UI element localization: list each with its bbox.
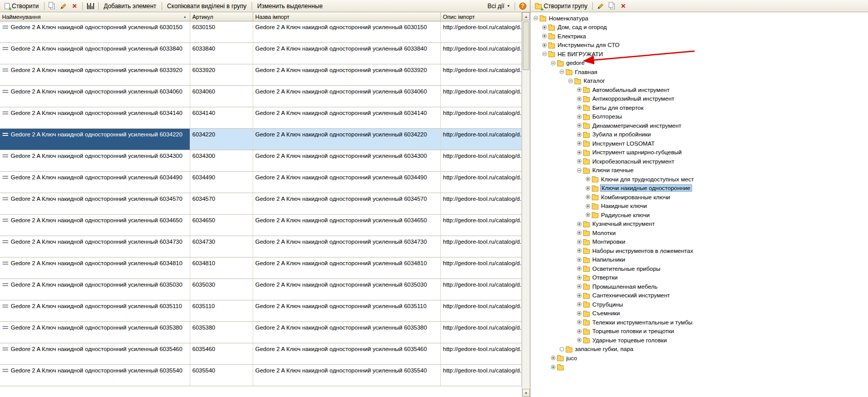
name-cell[interactable]: Gedore 2 A Ключ накидной односторонний у…	[0, 322, 190, 343]
edit-button[interactable]	[58, 1, 69, 11]
table-row[interactable]: Gedore 2 A Ключ накидной односторонний у…	[0, 21, 522, 43]
tree-item[interactable]: Главная	[530, 67, 868, 77]
name-cell[interactable]: Gedore 2 A Ключ накидной односторонний у…	[0, 343, 190, 364]
import-name-cell[interactable]: Gedore 2 A Ключ накидной односторонний у…	[253, 107, 441, 128]
add-element-button[interactable]: Добавить элемент	[101, 2, 159, 11]
import-name-cell[interactable]: Gedore 2 A Ключ накидной односторонний у…	[253, 193, 441, 214]
name-cell[interactable]: Gedore 2 A Ключ накидной односторонний у…	[0, 193, 190, 214]
table-row[interactable]: Gedore 2 A Ключ накидной односторонний у…	[0, 150, 522, 172]
tree-item[interactable]: Номенклатура	[530, 14, 868, 23]
expand-icon[interactable]	[577, 248, 582, 253]
expand-icon[interactable]	[577, 338, 582, 342]
import-desc-cell[interactable]: http://gedore-tool.ru/catalog/d...	[441, 322, 522, 343]
table-row[interactable]: Gedore 2 A Ключ накидной односторонний у…	[0, 86, 522, 107]
copy-button[interactable]	[47, 1, 57, 11]
name-cell[interactable]: Gedore 2 A Ключ накидной односторонний у…	[0, 150, 190, 171]
barcode-button[interactable]	[85, 1, 96, 11]
tree-item[interactable]: Кузнечный инструмент	[530, 220, 868, 229]
name-cell[interactable]: Gedore 2 A Ключ накидной односторонний у…	[0, 172, 190, 193]
name-cell[interactable]: Gedore 2 A Ключ накидной односторонний у…	[0, 107, 190, 128]
expand-icon[interactable]	[577, 105, 582, 110]
import-desc-cell[interactable]: http://gedore-tool.ru/catalog/d...	[441, 21, 522, 42]
import-desc-cell[interactable]: http://gedore-tool.ru/catalog/d...	[441, 172, 522, 193]
copy-selected-to-group-button[interactable]: Скопіювати виділені в групу	[165, 2, 249, 11]
import-desc-cell[interactable]: http://gedore-tool.ru/catalog/d...	[441, 64, 522, 85]
name-cell[interactable]: Gedore 2 A Ключ накидной односторонний у…	[0, 215, 190, 236]
table-row[interactable]: Gedore 2 A Ключ накидной односторонний у…	[0, 258, 522, 279]
tree-item[interactable]: Динамометрический инструмент	[530, 121, 868, 130]
article-cell[interactable]: 6035380	[190, 322, 253, 343]
edit-group-button[interactable]	[595, 1, 606, 11]
create-group-button[interactable]: + Створити групу	[532, 2, 590, 11]
name-cell[interactable]: Gedore 2 A Ключ накидной односторонний у…	[0, 86, 190, 107]
import-desc-cell[interactable]: http://gedore-tool.ru/catalog/d...	[441, 193, 522, 214]
delete-button[interactable]: ✕	[70, 1, 80, 11]
tree-item[interactable]: Биты для отверток	[530, 103, 868, 112]
article-cell[interactable]: 6033840	[190, 43, 253, 64]
import-name-cell[interactable]: Gedore 2 A Ключ накидной односторонний у…	[253, 236, 441, 257]
name-cell[interactable]: Gedore 2 A Ключ накидной односторонний у…	[0, 21, 190, 42]
expand-icon[interactable]	[577, 329, 582, 334]
tree-item[interactable]: Радиусные ключи	[530, 211, 868, 220]
import-name-cell[interactable]: Gedore 2 A Ключ накидной односторонний у…	[253, 343, 441, 364]
name-cell[interactable]: Gedore 2 A Ключ накидной односторонний у…	[0, 236, 190, 257]
article-cell[interactable]: 6035540	[190, 365, 253, 386]
tree-item[interactable]: Инструмент LOSOMAT	[530, 139, 868, 148]
article-cell[interactable]: 6034300	[190, 150, 253, 171]
expand-icon[interactable]	[542, 25, 547, 30]
tree-item[interactable]: Автомобильный инструмент	[530, 85, 868, 95]
expand-icon[interactable]	[577, 87, 582, 92]
article-cell[interactable]: 6034570	[190, 193, 253, 214]
tree-item[interactable]: Осветительные приборы	[530, 264, 868, 273]
table-row[interactable]: Gedore 2 A Ключ накидной односторонний у…	[0, 172, 522, 193]
collapse-icon[interactable]	[542, 52, 547, 56]
name-cell[interactable]: Gedore 2 A Ключ накидной односторонний у…	[0, 258, 190, 278]
import-desc-cell[interactable]: http://gedore-tool.ru/catalog/d...	[441, 343, 522, 364]
article-cell[interactable]: 6030150	[190, 21, 253, 42]
expand-icon[interactable]	[577, 132, 582, 137]
import-name-cell[interactable]: Gedore 2 A Ключ накидной односторонний у…	[253, 279, 441, 300]
table-row[interactable]: Gedore 2 A Ключ накидной односторонний у…	[0, 322, 522, 343]
expand-icon[interactable]	[542, 43, 547, 48]
empty-node-icon[interactable]	[560, 347, 564, 352]
article-cell[interactable]: 6035460	[190, 343, 253, 364]
expand-icon[interactable]	[577, 97, 582, 101]
article-cell[interactable]: 6034060	[190, 86, 253, 107]
sort-icon[interactable]: ▲	[183, 15, 188, 18]
expand-icon[interactable]	[542, 34, 547, 38]
tree-item[interactable]: Инструменты для СТО	[530, 41, 868, 50]
import-desc-cell[interactable]: http://gedore-tool.ru/catalog/d...	[441, 107, 522, 128]
import-name-cell[interactable]: Gedore 2 A Ключ накидной односторонний у…	[253, 150, 441, 171]
expand-icon[interactable]	[577, 258, 582, 262]
collapse-icon[interactable]	[568, 79, 573, 83]
import-desc-cell[interactable]: http://gedore-tool.ru/catalog/d...	[441, 236, 522, 257]
expand-icon[interactable]	[577, 230, 582, 235]
table-row[interactable]: Gedore 2 A Ключ накидной односторонний у…	[0, 343, 522, 365]
column-header-import-desc[interactable]: Опис імпорт	[441, 12, 522, 21]
tree-item[interactable]: Отвертки	[530, 273, 868, 283]
expand-icon[interactable]	[586, 186, 590, 191]
import-desc-cell[interactable]: http://gedore-tool.ru/catalog/d...	[441, 279, 522, 300]
expand-icon[interactable]	[551, 356, 555, 360]
tree-item[interactable]: Сантехнический инструмент	[530, 291, 868, 300]
expand-icon[interactable]	[577, 302, 582, 307]
article-cell[interactable]: 6033920	[190, 64, 253, 85]
article-cell[interactable]: 6034730	[190, 236, 253, 257]
tree-item[interactable]: Молотки	[530, 228, 868, 238]
import-name-cell[interactable]: Gedore 2 A Ключ накидной односторонний у…	[253, 172, 441, 193]
tree-item[interactable]: Антикоррозийный инструмент	[530, 95, 868, 104]
table-vertical-scrollbar[interactable]: ▲ ▼	[522, 12, 530, 397]
import-desc-cell[interactable]: http://gedore-tool.ru/catalog/d...	[441, 365, 522, 386]
table-row[interactable]: Gedore 2 A Ключ накидной односторонний у…	[0, 215, 522, 236]
expand-icon[interactable]	[586, 195, 590, 199]
tree-item[interactable]: Съемники	[530, 309, 868, 318]
expand-icon[interactable]	[577, 275, 582, 280]
expand-icon[interactable]	[577, 240, 582, 244]
expand-icon[interactable]	[577, 123, 582, 128]
import-name-cell[interactable]: Gedore 2 A Ключ накидной односторонний у…	[253, 300, 441, 321]
tree-item[interactable]: gedore	[530, 59, 868, 68]
scrollbar-track[interactable]	[522, 20, 530, 389]
import-desc-cell[interactable]: http://gedore-tool.ru/catalog/d...	[441, 300, 522, 321]
create-button[interactable]: + Створити	[2, 2, 41, 11]
article-cell[interactable]: 6034810	[190, 258, 253, 278]
